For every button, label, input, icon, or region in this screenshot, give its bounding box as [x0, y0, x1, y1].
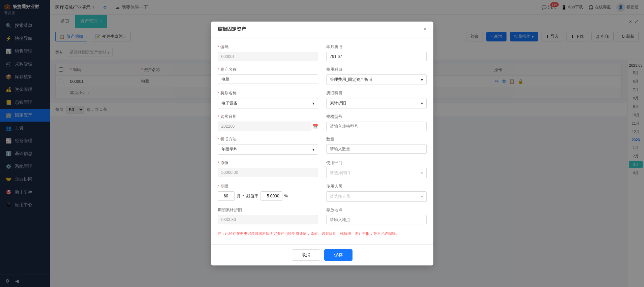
save-button[interactable]: 保存	[324, 249, 352, 261]
modal-footer: 取消 保存	[211, 244, 433, 265]
purchase-date-input[interactable]	[218, 122, 311, 131]
expense-account-label: 费用科目	[326, 67, 427, 72]
dept-label: 使用部门	[326, 160, 427, 166]
form-code: * 编码	[218, 44, 318, 61]
dep-account-dropdown-icon: ▾	[421, 101, 423, 106]
period-input[interactable]	[218, 191, 235, 201]
form-purchase-date: * 购买日期 📅	[218, 114, 318, 131]
category-dropdown-icon: ▾	[312, 101, 314, 106]
quantity-label: 数量	[326, 136, 427, 142]
category-select[interactable]: 电子设备 ▾	[218, 98, 318, 108]
location-input[interactable]	[326, 215, 427, 224]
user-label: 使用人员	[326, 184, 427, 189]
modal-overlay: 编辑固定资产 × * 编码 本月折旧 * 资产名称	[0, 0, 644, 287]
code-input[interactable]	[218, 52, 318, 61]
dep-account-label: 折旧科目	[326, 90, 427, 96]
form-dept: 使用部门 请选择部门 ▾	[326, 160, 427, 178]
dep-method-label: * 折旧方法	[218, 136, 318, 142]
form-spec: 规格型号	[326, 114, 427, 131]
salvage-rate-label: 残值率	[246, 193, 258, 199]
form-expense-account: 费用科目 管理费用_固定资产折旧 ▾	[326, 67, 427, 85]
form-monthly-dep: 本月折旧	[326, 44, 427, 61]
quantity-input[interactable]	[326, 144, 427, 154]
dept-dropdown-icon: ▾	[421, 171, 423, 176]
location-label: 存放地点	[326, 207, 427, 213]
original-value-label: * 原值	[218, 160, 318, 166]
user-dropdown-icon: ▾	[421, 194, 423, 199]
spec-input[interactable]	[326, 122, 427, 131]
edit-asset-modal: 编辑固定资产 × * 编码 本月折旧 * 资产名称	[211, 22, 433, 265]
form-period-salvage: * 期限 月 * 残值率 %	[218, 184, 318, 202]
form-dep-account: 折旧科目 累计折旧 ▾	[326, 90, 427, 108]
dep-method-select[interactable]: 年限平均 ▾	[218, 144, 318, 155]
form-location: 存放地点	[326, 207, 427, 224]
modal-body: * 编码 本月折旧 * 资产名称 费用科目	[211, 37, 433, 244]
modal-note: 注：已经存在变更记录或者对应固定资产已经生成凭证，原值、购买日期、残值率、累计折…	[218, 230, 427, 237]
initial-dep-input[interactable]	[218, 215, 318, 224]
form-asset-name: * 资产名称	[218, 67, 318, 85]
spec-label: 规格型号	[326, 114, 427, 120]
user-select[interactable]: 请选择人员 ▾	[326, 191, 427, 202]
form-original-value: * 原值	[218, 160, 318, 178]
form-user: 使用人员 请选择人员 ▾	[326, 184, 427, 202]
salvage-rate-input[interactable]	[260, 191, 282, 201]
salvage-req: *	[243, 194, 244, 199]
dept-select[interactable]: 请选择部门 ▾	[326, 168, 427, 178]
calendar-icon[interactable]: 📅	[313, 124, 318, 129]
category-label: * 类别名称	[218, 90, 318, 96]
monthly-dep-label: 本月折旧	[326, 44, 427, 50]
expense-account-select[interactable]: 管理费用_固定资产折旧 ▾	[326, 74, 427, 85]
code-label: * 编码	[218, 44, 318, 50]
monthly-dep-input[interactable]	[326, 52, 427, 61]
dep-account-select[interactable]: 累计折旧 ▾	[326, 98, 427, 108]
original-value-input[interactable]	[218, 168, 318, 177]
asset-name-input[interactable]	[218, 74, 318, 84]
form-quantity: 数量	[326, 136, 427, 155]
cancel-button[interactable]: 取消	[292, 249, 320, 261]
initial-dep-label: 期初累计折旧	[218, 207, 318, 213]
modal-title: 编辑固定资产	[218, 26, 246, 32]
modal-header: 编辑固定资产 ×	[211, 22, 433, 37]
salvage-unit: %	[284, 194, 288, 198]
period-unit: 月	[237, 193, 241, 199]
purchase-date-label: * 购买日期	[218, 114, 318, 120]
form-initial-dep: 期初累计折旧	[218, 207, 318, 224]
expense-dropdown-icon: ▾	[421, 77, 423, 82]
form-category: * 类别名称 电子设备 ▾	[218, 90, 318, 108]
form-dep-method: * 折旧方法 年限平均 ▾	[218, 136, 318, 155]
dep-method-dropdown-icon: ▾	[312, 147, 314, 152]
asset-name-label: * 资产名称	[218, 67, 318, 72]
modal-close-btn[interactable]: ×	[423, 26, 426, 32]
period-label: * 期限	[218, 184, 318, 189]
